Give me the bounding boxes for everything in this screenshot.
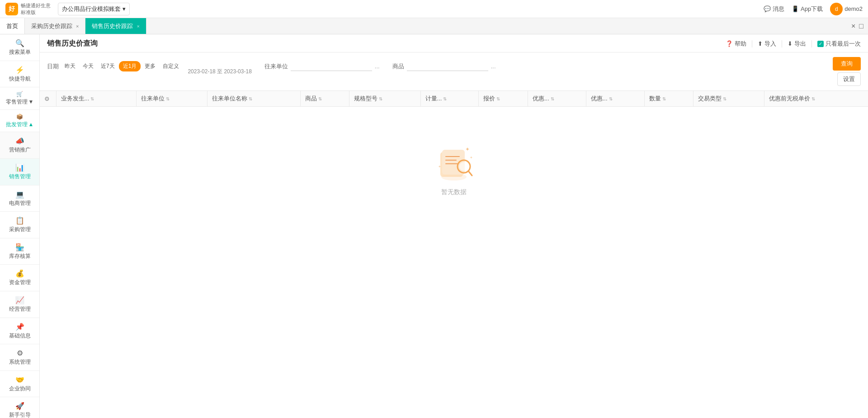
sidebar-search-label: 搜索菜单	[9, 49, 31, 56]
sidebar-item-marketing[interactable]: 📣 营销推广	[0, 132, 39, 159]
sidebar-item-purchase[interactable]: 📋 采购管理	[0, 212, 39, 238]
col-discount1-label: 优惠...	[533, 95, 549, 103]
sort-icon-goods[interactable]: ⇅	[318, 96, 322, 101]
tab-purchase-history[interactable]: 采购历史价跟踪 ×	[25, 18, 85, 34]
sidebar-item-finance[interactable]: 💰 资金管理	[0, 265, 39, 291]
sort-icon-pre-discount[interactable]: ⇅	[811, 96, 815, 101]
close-all-tabs-button[interactable]: ×	[851, 22, 855, 30]
date-btn-1month[interactable]: 近1月	[119, 61, 141, 71]
sort-icon-partner[interactable]: ⇅	[166, 96, 170, 101]
topbar: 好 畅捷通好生意 标准版 办公用品行业模拟账套 ▾ 💬 消息 📱 App下载 d…	[0, 0, 868, 18]
sidebar-item-newbie[interactable]: 🚀 新手引导	[0, 397, 39, 418]
sidebar-item-inventory[interactable]: 🏪 库存核算	[0, 238, 39, 265]
page-header: 销售历史价查询 ❓ 帮助 ⬆ 导入 ⬇ 导出	[40, 34, 868, 52]
col-business-date: 业务发生...⇅	[56, 91, 136, 107]
app-selector[interactable]: 办公用品行业模拟账套 ▾	[58, 3, 130, 15]
purchase-tab-label: 采购历史价跟踪	[31, 22, 72, 30]
svg-text:✦: ✦	[465, 146, 470, 152]
date-label: 日期	[47, 62, 59, 71]
sales-tab-label: 销售历史价跟踪	[92, 22, 133, 30]
partner-dots: ...	[375, 63, 380, 70]
message-action[interactable]: 💬 消息	[764, 5, 784, 13]
basic-info-icon: 📌	[15, 323, 24, 331]
col-partner: 往来单位⇅	[136, 91, 207, 107]
close-purchase-tab[interactable]: ×	[76, 24, 79, 29]
sidebar-finance-label: 资金管理	[9, 279, 31, 286]
export-button[interactable]: ⬇ 导出	[788, 40, 806, 48]
sort-icon-unit[interactable]: ⇅	[443, 96, 447, 101]
maximize-button[interactable]: □	[859, 22, 863, 30]
sidebar-item-quick-nav[interactable]: ⚡ 快捷导航	[0, 61, 39, 88]
download-icon: 📱	[792, 5, 799, 12]
sidebar-item-system[interactable]: ⚙ 系统管理	[0, 344, 39, 371]
sort-icon-quote[interactable]: ⇅	[496, 96, 500, 101]
logo-icon: 好	[5, 3, 18, 15]
sidebar-item-retail[interactable]: 🛒 零售管理 ▼	[0, 87, 39, 110]
tab-sales-history[interactable]: 销售历史价跟踪 ×	[85, 18, 146, 34]
chevron-down-icon: ▼	[28, 99, 34, 106]
sort-icon-discount1[interactable]: ⇅	[551, 96, 554, 101]
checkbox-icon: ✓	[817, 41, 824, 47]
sidebar-retail-label: 零售管理 ▼	[6, 99, 34, 106]
filter-right-actions: 查询 设置	[833, 57, 861, 86]
sidebar-newbie-label: 新手引导	[9, 412, 31, 418]
svg-line-8	[468, 171, 472, 176]
import-button[interactable]: ⬆ 导入	[758, 40, 776, 48]
newbie-icon: 🚀	[15, 402, 24, 410]
svg-text:✦: ✦	[438, 165, 441, 169]
sort-icon-partner-name[interactable]: ⇅	[249, 96, 252, 101]
close-sales-tab[interactable]: ×	[137, 24, 139, 29]
message-icon: 💬	[764, 5, 771, 12]
sidebar-item-enterprise[interactable]: 🤝 企业协同	[0, 371, 39, 398]
sidebar-item-operation[interactable]: 📈 经营管理	[0, 291, 39, 318]
col-business-date-label: 业务发生...	[61, 95, 90, 103]
sort-icon-spec[interactable]: ⇅	[379, 96, 382, 101]
sort-icon-discount2[interactable]: ⇅	[609, 96, 613, 101]
finance-icon: 💰	[15, 269, 24, 278]
empty-text: 暂无数据	[441, 188, 467, 196]
help-button[interactable]: ❓ 帮助	[726, 40, 746, 48]
tabbar-actions: × □	[847, 18, 868, 34]
query-button[interactable]: 查询	[833, 57, 861, 71]
sort-icon-trade[interactable]: ⇅	[723, 96, 726, 101]
settings-button[interactable]: 设置	[837, 72, 861, 86]
only-last-checkbox[interactable]: ✓ 只看最后一次	[817, 40, 861, 48]
col-quote-label: 报价	[483, 95, 495, 103]
sort-icon-business[interactable]: ⇅	[90, 96, 94, 101]
sidebar-system-label: 系统管理	[9, 359, 31, 366]
sidebar-item-sales[interactable]: 📊 销售管理	[0, 159, 39, 185]
date-buttons: 昨天 今天 近7天 近1月 更多 自定义	[61, 61, 182, 71]
sidebar-sales-label: 销售管理	[9, 173, 31, 180]
sidebar-purchase-label: 采购管理	[9, 226, 31, 233]
date-btn-7days[interactable]: 近7天	[98, 61, 118, 71]
sidebar: 🔍 搜索菜单 ⚡ 快捷导航 🛒 零售管理 ▼ 📦 批发管理 ▲ 📣 营销推广	[0, 34, 40, 418]
user-menu[interactable]: d demo2	[830, 3, 863, 15]
export-icon: ⬇	[788, 40, 793, 47]
sidebar-item-ecommerce[interactable]: 💻 电商管理	[0, 185, 39, 212]
col-discount2-label: 优惠...	[591, 95, 608, 103]
only-last-label: 只看最后一次	[826, 40, 861, 48]
home-tab-label: 首页	[6, 22, 18, 30]
tab-home[interactable]: 首页	[0, 18, 25, 34]
date-btn-custom[interactable]: 自定义	[160, 61, 182, 71]
date-btn-today[interactable]: 今天	[80, 61, 97, 71]
sidebar-basic-info-label: 基础信息	[9, 332, 31, 340]
app-download-action[interactable]: 📱 App下载	[792, 5, 823, 13]
sort-icon-qty[interactable]: ⇅	[662, 96, 666, 101]
svg-point-7	[459, 162, 468, 171]
sales-icon: 📊	[15, 163, 24, 172]
partner-input[interactable]	[291, 62, 372, 71]
sidebar-item-search[interactable]: 🔍 搜索菜单	[0, 34, 39, 61]
svg-text:✦: ✦	[470, 156, 473, 160]
goods-input[interactable]	[407, 62, 488, 71]
sidebar-item-basic-info[interactable]: 📌 基础信息	[0, 318, 39, 345]
col-settings: ⚙	[40, 91, 56, 107]
help-icon: ❓	[726, 40, 733, 47]
page-container: 销售历史价查询 ❓ 帮助 ⬆ 导入 ⬇ 导出	[40, 34, 868, 418]
date-btn-yesterday[interactable]: 昨天	[61, 61, 79, 71]
sidebar-quick-nav-label: 快捷导航	[9, 76, 31, 83]
column-settings-icon[interactable]: ⚙	[44, 95, 50, 102]
topbar-left: 好 畅捷通好生意 标准版 办公用品行业模拟账套 ▾	[5, 2, 130, 15]
sidebar-item-wholesale[interactable]: 📦 批发管理 ▲	[0, 110, 39, 133]
date-btn-more[interactable]: 更多	[142, 61, 159, 71]
